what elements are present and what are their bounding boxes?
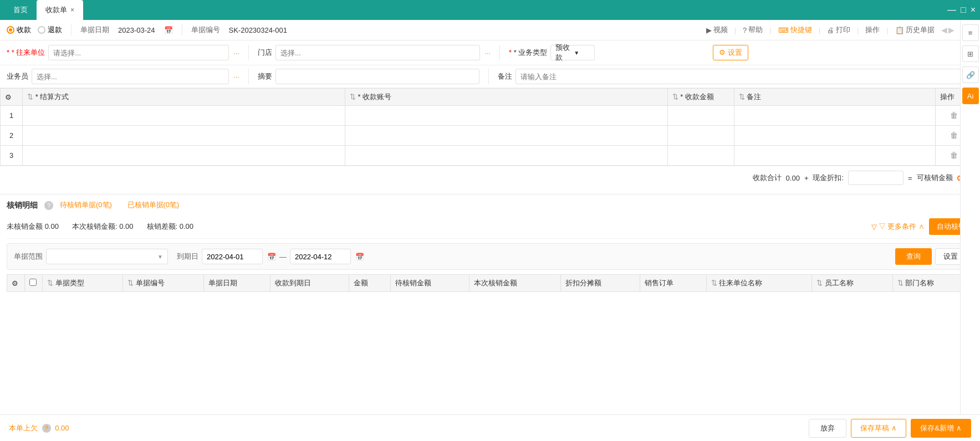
total-value: 0.00 [786,174,800,182]
sort-amount-icon: ⇅ [672,93,678,101]
toolbar-divider-2 [182,24,182,35]
row-account-2[interactable] [345,126,667,146]
row-remark-1[interactable] [734,106,935,126]
row-amount-3[interactable] [667,146,734,166]
calendar-end-icon[interactable]: 📅 [355,253,364,261]
diff-stat: 核销差额: 0.00 [147,222,194,232]
bt-amount-col: 金额 [349,275,391,292]
prev-arrow-icon[interactable]: ◀ [941,25,947,34]
sort-unit-icon: ⇅ [711,279,717,287]
biz-value: 预收款 [555,43,571,63]
unit-input[interactable] [48,45,229,60]
row-account-1[interactable] [345,106,667,126]
data-table-section: ⚙ ⇅ * 结算方式 ⇅ * 收款账号 ⇅ * 收款金额 [0,88,980,166]
memo-input[interactable] [275,69,479,84]
verif-info-icon[interactable]: ? [44,201,53,210]
staff-more-icon[interactable]: ··· [233,73,239,81]
data-table: ⚙ ⇅ * 结算方式 ⇅ * 收款账号 ⇅ * 收款金额 [0,88,980,166]
qf-right-buttons: 查询 设置 [895,248,966,265]
radio-dot-tuikuan [38,26,45,34]
delete-row-2-icon[interactable]: 🗑 [950,131,958,140]
row-remark-2[interactable] [734,126,935,146]
biz-field-group: * * 业务类型 预收款 ▼ [509,45,708,60]
row-amount-1[interactable] [667,106,734,126]
calendar-start-icon[interactable]: 📅 [267,253,276,261]
row-account-3[interactable] [345,146,667,166]
current-verif-stat: 本次核销金额: 0.00 [72,222,134,232]
rp-table-icon[interactable]: ≡ [962,24,979,41]
footer-left: 本单上欠 ? 0.00 [9,423,69,433]
save-draft-button[interactable]: 保存草稿 ∧ [851,419,906,438]
tab-bar-left: 首页 收款单 × [4,0,83,20]
tab-current[interactable]: 收款单 × [37,0,83,20]
print-btn[interactable]: 🖨 打印 [827,25,850,35]
remark-input[interactable] [515,69,973,84]
remark-field-group: 备注 [498,69,973,84]
radio-label-shoukuan: 收款 [17,25,31,35]
verif-actions: ▽ ▽ 更多条件 ∧ 自动核销 [871,218,973,235]
bench-info-icon[interactable]: ? [42,424,51,433]
radio-tuikuan[interactable]: 退款 [38,25,62,35]
tab-bar-right: — □ × [947,5,976,15]
qf-range-select[interactable]: ▼ [46,249,168,264]
save-new-button[interactable]: 保存&新增 ∧ [911,419,971,438]
close-window-icon[interactable]: × [971,5,976,15]
calendar-icon[interactable]: 📅 [164,26,173,34]
biz-dropdown-icon: ▼ [574,50,590,56]
qf-date-start[interactable] [202,249,263,264]
qf-due-label: 到期日 [177,252,198,261]
plus-sign: + [804,174,809,182]
delete-row-1-icon[interactable]: 🗑 [950,111,958,120]
unit-more-icon[interactable]: ··· [233,49,239,57]
query-button[interactable]: 查询 [895,248,932,265]
rp-link-icon[interactable]: 🔗 [962,66,979,83]
field-divider-1 [248,45,249,60]
store-input[interactable] [275,45,480,60]
row-settlement-1[interactable] [23,106,345,126]
store-more-icon[interactable]: ··· [484,49,491,57]
rp-ai-icon[interactable]: Ai [962,88,979,104]
settings-button[interactable]: ⚙ 设置 [713,45,748,60]
toolbar-divider-1 [71,24,72,35]
abandon-button[interactable]: 放弃 [809,419,846,438]
discount-label: 现金折扣: [813,173,844,183]
number-label: 单据编号 [191,25,220,35]
verif-stats: 未核销金额 0.00 本次核销金额: 0.00 核销差额: 0.00 ▽ ▽ 更… [7,215,973,239]
col-settings-header[interactable]: ⚙ [1,89,23,106]
field-divider-3 [248,69,249,84]
bt-checkbox-col[interactable] [25,275,43,292]
next-arrow-icon[interactable]: ▶ [948,25,955,34]
qf-date-end[interactable] [290,249,351,264]
help-btn[interactable]: ? 帮助 [743,25,763,35]
verif-done-tab[interactable]: 已核销单据(0笔) [127,200,180,211]
radio-shoukuan[interactable]: 收款 [7,25,31,35]
draft-arrow-icon: ∧ [891,424,897,432]
discount-input[interactable] [848,171,904,185]
verif-pending-tab[interactable]: 待核销单据(0笔) [60,200,112,211]
bt-current-col: 本次核销金额 [469,275,561,292]
biz-select[interactable]: 预收款 ▼ [550,45,595,60]
bt-settings-col[interactable]: ⚙ [7,275,25,292]
staff-input[interactable] [32,69,229,84]
rp-grid-icon[interactable]: ⊞ [962,45,979,62]
delete-row-3-icon[interactable]: 🗑 [950,151,958,160]
operate-btn[interactable]: 操作 [865,25,880,35]
row-settlement-3[interactable] [23,146,345,166]
more-conditions-btn[interactable]: ▽ ▽ 更多条件 ∧ [871,222,925,232]
qf-range-label: 单据范围 [14,252,43,261]
minimize-icon[interactable]: — [947,5,956,15]
row-amount-2[interactable] [667,126,734,146]
tab-close-icon[interactable]: × [70,0,74,20]
select-all-checkbox[interactable] [29,279,37,286]
tab-home[interactable]: 首页 [4,0,37,20]
row-remark-3[interactable] [734,146,935,166]
shortcut-btn[interactable]: ⌨ 快捷键 [778,25,812,35]
history-btn[interactable]: 📋 历史单据 [895,25,935,35]
video-btn[interactable]: ▶ 视频 [706,25,728,35]
toolbar: 收款 退款 单据日期 2023-03-24 📅 单据编号 SK-20230324… [0,20,980,40]
row-settlement-2[interactable] [23,126,345,146]
available-label: 可核销金额 [917,173,953,183]
help-icon: ? [743,26,747,34]
maximize-icon[interactable]: □ [961,5,966,15]
right-panel: ≡ ⊞ 🔗 Ai [960,20,980,414]
